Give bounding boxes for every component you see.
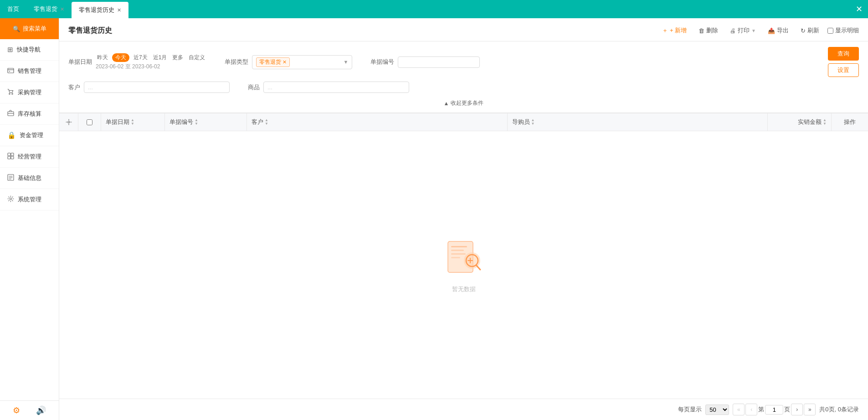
business-icon (7, 153, 14, 161)
th-operation-label: 操作 (844, 118, 856, 126)
query-button[interactable]: 查询 (828, 47, 859, 61)
sales-icon (7, 67, 14, 75)
filter-date-item: 单据日期 昨天 今天 近7天 近1月 更多 自定义 2023-06-02 至 2… (68, 53, 206, 71)
sidebar-item-sales[interactable]: 销售管理 (0, 61, 59, 82)
tab-retail-return-history[interactable]: 零售退货历史 ✕ (72, 2, 128, 18)
sidebar-item-business[interactable]: 经营管理 (0, 146, 59, 168)
sidebar-search[interactable]: 🔍 搜索菜单 (0, 18, 59, 39)
date-range-display: 2023-06-02 至 2023-06-02 (96, 63, 206, 71)
sidebar-item-system[interactable]: 系统管理 (0, 189, 59, 210)
sidebar-search-label: 搜索菜单 (23, 25, 46, 33)
sidebar-item-system-label: 系统管理 (18, 195, 41, 204)
date-shortcut-7days[interactable]: 近7天 (132, 53, 149, 62)
filter-doctype-label: 单据类型 (225, 58, 248, 66)
per-page-label: 每页显示 (678, 405, 702, 414)
per-page-select[interactable]: 50 10 20 100 (705, 405, 729, 415)
tab-home[interactable]: 首页 (0, 0, 26, 18)
settings-bottom-icon[interactable]: ⚙ (13, 405, 20, 415)
delete-icon: 🗑 (699, 27, 704, 34)
th-date-sort[interactable]: 单据日期 ▲▼ (106, 118, 134, 126)
finance-icon: 🔒 (7, 131, 16, 139)
filter-doctype-item: 单据类型 零售退货 ✕ ▼ (225, 55, 352, 69)
filter-docno-item: 单据编号 (370, 56, 480, 68)
th-amount-label: 实销金额 (798, 118, 822, 126)
page-suffix: 页 (784, 405, 790, 414)
svg-point-1 (9, 71, 10, 72)
main-content: 零售退货历史 ＋ + 新增 🗑 删除 🖨 打印 ▼ 📤 导出 (59, 18, 868, 420)
print-button[interactable]: 🖨 打印 ▼ (726, 25, 760, 36)
th-docno[interactable]: 单据编号 ▲▼ (165, 113, 247, 131)
doc-type-tag-close[interactable]: ✕ (282, 59, 287, 65)
date-shortcut-custom[interactable]: 自定义 (187, 53, 206, 62)
doc-type-select[interactable]: 零售退货 ✕ ▼ (252, 55, 352, 69)
prev-page-button[interactable]: ‹ (745, 404, 757, 415)
sidebar-item-finance[interactable]: 🔒 资金管理 (0, 125, 59, 146)
volume-bottom-icon[interactable]: 🔊 (36, 405, 46, 415)
sidebar-item-quick-nav[interactable]: ⊞ 快捷导航 (0, 39, 59, 61)
page-header: 零售退货历史 ＋ + 新增 🗑 删除 🖨 打印 ▼ 📤 导出 (59, 18, 868, 41)
pagination: 每页显示 50 10 20 100 « ‹ 第 页 › » 共0页, 0条记录 (59, 399, 868, 420)
th-guide-sort[interactable]: 导购员 ▲▼ (512, 118, 535, 126)
empty-illustration (441, 237, 487, 278)
svg-rect-0 (8, 68, 14, 73)
date-shortcut-more[interactable]: 更多 (171, 53, 185, 62)
page-input[interactable] (765, 405, 783, 415)
tab-retail-return-history-close[interactable]: ✕ (117, 7, 121, 13)
display-detail-checkbox[interactable]: 显示明细 (827, 26, 859, 35)
new-button[interactable]: ＋ + 新增 (658, 25, 690, 36)
th-docno-label: 单据编号 (169, 118, 193, 126)
last-page-button[interactable]: » (804, 404, 816, 415)
system-icon (7, 195, 14, 204)
date-shortcut-yesterday[interactable]: 昨天 (96, 53, 109, 62)
th-amount-sort[interactable]: 实销金额 ▲▼ (798, 118, 827, 126)
sidebar-item-basic-info[interactable]: 基础信息 (0, 168, 59, 189)
sidebar-item-purchase-label: 采购管理 (18, 88, 41, 97)
display-detail-check[interactable] (827, 28, 833, 34)
date-shortcut-today[interactable]: 今天 (112, 53, 129, 62)
doc-no-input[interactable] (398, 56, 480, 68)
collapse-button[interactable]: ▲ 收起更多条件 (438, 97, 489, 109)
table-area: 单据日期 ▲▼ 单据编号 ▲▼ 客户 ▲▼ (59, 113, 868, 420)
amount-sort-icon: ▲▼ (823, 118, 827, 126)
topbar: 首页 零售退货 ✕ 零售退货历史 ✕ ✕ (0, 0, 868, 18)
th-checkbox[interactable] (78, 113, 101, 131)
export-button[interactable]: 📤 导出 (764, 25, 792, 36)
purchase-icon (7, 88, 14, 97)
tab-retail-return-close[interactable]: ✕ (60, 6, 64, 12)
next-page-button[interactable]: › (791, 404, 803, 415)
window-close-button[interactable]: ✕ (856, 4, 863, 14)
display-detail-label: 显示明细 (835, 26, 859, 35)
date-shortcut-1month[interactable]: 近1月 (152, 53, 169, 62)
filter-row-2: 客户 ... 商品 ... (68, 82, 859, 93)
delete-button[interactable]: 🗑 删除 (695, 25, 722, 36)
th-date[interactable]: 单据日期 ▲▼ (101, 113, 165, 131)
select-all-checkbox[interactable] (87, 119, 92, 125)
filter-date-label: 单据日期 (68, 58, 92, 66)
quick-nav-icon: ⊞ (7, 46, 13, 54)
svg-rect-14 (451, 250, 464, 251)
tab-retail-return[interactable]: 零售退货 ✕ (26, 0, 72, 18)
filter-docno-label: 单据编号 (370, 58, 394, 66)
svg-point-11 (68, 121, 70, 123)
th-customer-sort[interactable]: 客户 ▲▼ (252, 118, 268, 126)
svg-point-10 (10, 198, 12, 200)
refresh-button[interactable]: ↻ 刷新 (797, 25, 823, 36)
sidebar-item-inventory[interactable]: 库存核算 (0, 103, 59, 125)
doc-type-tag-text: 零售退货 (259, 58, 281, 66)
filter-goods-item: 商品 ... (248, 82, 409, 93)
filter-settings-button[interactable]: 设置 (828, 63, 859, 77)
th-guide[interactable]: 导购员 ▲▼ (508, 113, 768, 131)
th-customer[interactable]: 客户 ▲▼ (247, 113, 508, 131)
sidebar-item-purchase[interactable]: 采购管理 (0, 82, 59, 103)
th-settings[interactable] (59, 113, 78, 131)
topbar-tabs: 首页 零售退货 ✕ 零售退货历史 ✕ (0, 0, 856, 18)
first-page-button[interactable]: « (733, 404, 745, 415)
goods-input[interactable]: ... (263, 82, 409, 93)
collapse-label: 收起更多条件 (451, 99, 483, 107)
th-docno-sort[interactable]: 单据编号 ▲▼ (169, 118, 198, 126)
customer-input[interactable]: ... (84, 82, 230, 93)
th-amount[interactable]: 实销金额 ▲▼ (768, 113, 832, 131)
filter-actions: 查询 设置 (819, 47, 859, 77)
empty-state: 暂无数据 (441, 237, 487, 293)
print-label: 打印 (738, 26, 750, 35)
